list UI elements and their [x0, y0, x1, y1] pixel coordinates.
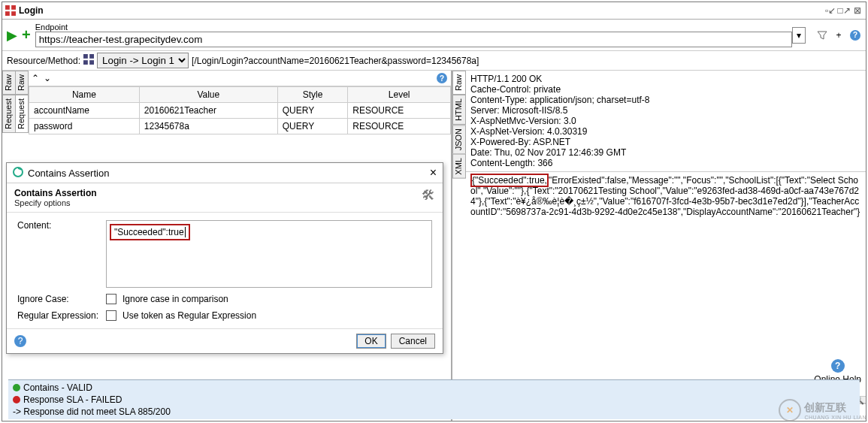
- left-tab-raw[interactable]: Raw: [2, 71, 16, 95]
- endpoint-dropdown[interactable]: ▾: [792, 27, 806, 44]
- maximize-icon[interactable]: □↗: [839, 5, 849, 16]
- response-headers: HTTP/1.1 200 OK Cache-Control: private C…: [466, 71, 866, 172]
- ok-button[interactable]: OK: [356, 334, 386, 349]
- add-button[interactable]: +: [22, 26, 31, 44]
- table-row[interactable]: accountName 20160621Teacher QUERY RESOUR…: [29, 103, 451, 119]
- endpoint-row: ▶ + Endpoint ▾ + ?: [2, 20, 866, 51]
- minimize-icon[interactable]: ▫↙: [825, 5, 836, 16]
- status-sla: Response SLA - FAILED: [23, 394, 122, 405]
- dialog-subtext: Specify options: [14, 198, 97, 207]
- ignore-case-label: Ignore Case:: [17, 294, 100, 304]
- regex-text: Use token as Regular Expression: [122, 310, 256, 321]
- ignore-case-checkbox[interactable]: [106, 294, 116, 304]
- window-title: Login: [19, 5, 44, 16]
- dialog-icon: [13, 167, 23, 180]
- svg-rect-0: [5, 5, 10, 10]
- svg-rect-4: [83, 54, 88, 59]
- param-toolbar: ⌃ ⌄ ?: [29, 71, 451, 86]
- params-table-wrap: Name Value Style Level accountName 20160…: [29, 86, 451, 134]
- help-icon-param[interactable]: ?: [436, 72, 448, 84]
- filter-icon[interactable]: [816, 29, 828, 41]
- status-dot-red: [13, 396, 20, 403]
- params-table: Name Value Style Level accountName 20160…: [29, 86, 451, 134]
- content-value-highlight: "Succeeded":true: [110, 224, 190, 240]
- resource-method-row: Resource/Method: Login -> Login 1 [/Logi…: [2, 51, 866, 71]
- resource-path: [/Login/Login?accountName=20160621Teache…: [192, 56, 479, 66]
- expand-down-icon[interactable]: ⌄: [44, 73, 51, 83]
- col-level: Level: [348, 87, 451, 103]
- dialog-help-icon[interactable]: ?: [14, 335, 26, 347]
- window-titlebar: Login ▫↙ □↗ ⊠: [2, 2, 866, 20]
- close-icon[interactable]: ⊠: [852, 5, 863, 16]
- dialog-titlebar: Contains Assertion ×: [7, 163, 443, 183]
- watermark-cn: 创新互联: [804, 401, 866, 415]
- svg-rect-5: [89, 54, 94, 59]
- right-tab-json[interactable]: JSON: [452, 125, 466, 154]
- content-textarea[interactable]: "Succeeded":true: [106, 220, 432, 288]
- plus-filter-icon[interactable]: +: [833, 29, 845, 41]
- col-style: Style: [277, 87, 348, 103]
- regex-checkbox[interactable]: [106, 310, 116, 321]
- help-icon[interactable]: ?: [831, 359, 845, 373]
- dialog-title: Contains Assertion: [28, 168, 109, 179]
- regex-label: Regular Expression:: [17, 310, 100, 321]
- content-label: Content:: [17, 220, 100, 231]
- status-dot-green: [13, 384, 20, 391]
- status-sla-detail: -> Response did not meet SLA 885/200: [13, 406, 171, 417]
- app-icon: [5, 5, 16, 16]
- cancel-button[interactable]: Cancel: [391, 334, 435, 349]
- collapse-up-icon[interactable]: ⌃: [32, 73, 39, 83]
- inner-tab-request[interactable]: Request: [15, 95, 29, 133]
- contains-assertion-dialog: Contains Assertion × Contains Assertion …: [6, 162, 443, 354]
- resource-method-select[interactable]: Login -> Login 1: [97, 53, 189, 68]
- resource-method-label: Resource/Method:: [7, 56, 80, 66]
- dialog-header: Contains Assertion Specify options 🛠: [7, 183, 443, 213]
- ignore-case-text: Ignore case in comparison: [122, 294, 228, 304]
- wrench-icon[interactable]: 🛠: [422, 188, 435, 204]
- response-body: {"Succeeded":true,"ErrorExisted":false,"…: [466, 172, 866, 396]
- svg-rect-2: [5, 11, 10, 16]
- right-tab-raw[interactable]: Raw: [452, 71, 466, 95]
- dialog-subtitle: Contains Assertion: [14, 188, 97, 198]
- col-value: Value: [139, 87, 277, 103]
- table-row[interactable]: password 12345678a QUERY RESOURCE: [29, 119, 451, 134]
- bottom-status: Contains - VALID Response SLA - FAILED -…: [8, 379, 860, 419]
- svg-rect-3: [11, 11, 16, 16]
- svg-rect-7: [89, 60, 94, 65]
- resource-icon: [83, 54, 94, 67]
- dialog-close-icon[interactable]: ×: [430, 166, 437, 180]
- help-icon[interactable]: ?: [849, 29, 861, 41]
- right-tab-xml[interactable]: XML: [452, 154, 466, 179]
- col-name: Name: [29, 87, 140, 103]
- left-tab-request[interactable]: Request: [2, 95, 16, 133]
- endpoint-input[interactable]: [35, 32, 792, 47]
- inner-tab-raw[interactable]: Raw: [15, 71, 29, 95]
- endpoint-label: Endpoint: [35, 23, 785, 32]
- watermark-py: CHUANG XIN HU LIAN: [804, 415, 866, 420]
- run-button[interactable]: ▶: [7, 29, 17, 42]
- status-contains: Contains - VALID: [23, 382, 92, 393]
- svg-rect-6: [83, 60, 88, 65]
- response-panel: Raw HTML JSON XML HTTP/1.1 200 OK Cache-…: [452, 71, 866, 421]
- right-tab-html[interactable]: HTML: [452, 95, 466, 125]
- watermark: ✕ 创新互联 CHUANG XIN HU LIAN: [779, 399, 866, 421]
- svg-rect-1: [11, 5, 16, 10]
